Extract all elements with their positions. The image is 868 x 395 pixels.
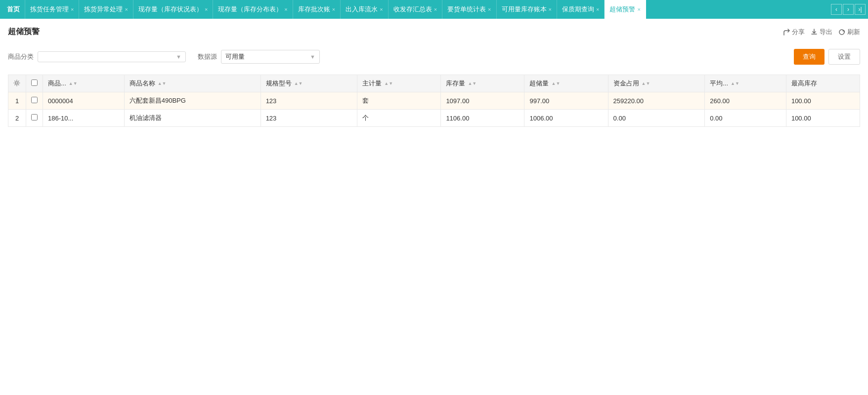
nav-arrows: ‹ › ›| xyxy=(830,4,866,15)
table-row: 1 0000004 六配套新昌490BPG 123 套 1097.00 997.… xyxy=(8,92,860,110)
refresh-button[interactable]: 刷新 xyxy=(838,28,860,37)
close-icon[interactable]: × xyxy=(380,6,383,12)
category-select[interactable]: ▼ xyxy=(38,51,186,62)
datasource-value: 可用量 xyxy=(225,52,245,61)
nav-tab-2[interactable]: 拣货异常处理 × xyxy=(79,0,133,19)
select-all-checkbox[interactable] xyxy=(31,79,38,86)
header-actions: 分享 导出 刷新 xyxy=(783,28,860,37)
table-header-row: 商品... ▲▼ 商品名称 ▲▼ 规格型号 ▲▼ xyxy=(8,75,860,92)
sort-icon[interactable]: ▲▼ xyxy=(551,81,560,86)
th-checkbox xyxy=(26,75,43,92)
row-spec: 123 xyxy=(260,92,357,110)
page-title: 超储预警 xyxy=(8,27,40,37)
export-button[interactable]: 导出 xyxy=(811,28,832,37)
row-avg: 0.00 xyxy=(705,110,786,127)
row-checkbox-cell xyxy=(26,92,43,110)
close-icon[interactable]: × xyxy=(434,6,437,12)
nav-tab-9[interactable]: 可用量库存账本 × xyxy=(497,0,557,19)
row-capital: 0.00 xyxy=(608,110,705,127)
row-num: 1 xyxy=(8,92,26,110)
nav-tab-10[interactable]: 保质期查询 × xyxy=(557,0,605,19)
sort-icon[interactable]: ▲▼ xyxy=(731,81,739,86)
nav-tab-home[interactable]: 首页 xyxy=(2,0,25,19)
main-content: 超储预警 分享 导出 刷新 xyxy=(0,19,868,395)
sort-icon[interactable]: ▲▼ xyxy=(69,81,78,86)
th-capital: 资金占用 ▲▼ xyxy=(608,75,705,92)
nav-tab-6[interactable]: 出入库流水 × xyxy=(341,0,388,19)
th-max-stock: 最高库存 xyxy=(786,75,860,92)
nav-tab-4[interactable]: 现存量（库存分布表） × xyxy=(213,0,293,19)
row-num: 2 xyxy=(8,110,26,127)
page-header: 超储预警 分享 导出 刷新 xyxy=(8,27,860,37)
sort-icon[interactable]: ▲▼ xyxy=(642,81,651,86)
nav-tab-5[interactable]: 库存批次账 × xyxy=(293,0,341,19)
close-icon[interactable]: × xyxy=(488,6,491,12)
th-product-code: 商品... ▲▼ xyxy=(43,75,125,92)
sort-icon[interactable]: ▲▼ xyxy=(384,81,393,86)
close-icon[interactable]: × xyxy=(71,6,74,12)
refresh-icon xyxy=(838,29,845,36)
row-stock: 1106.00 xyxy=(441,110,524,127)
row-product-name: 机油滤清器 xyxy=(124,110,260,127)
row-product-name: 六配套新昌490BPG xyxy=(124,92,260,110)
chevron-down-icon: ▼ xyxy=(310,54,315,60)
nav-tab-7[interactable]: 收发存汇总表 × xyxy=(389,0,442,19)
table-row: 2 186-10... 机油滤清器 123 个 1106.00 1006.00 … xyxy=(8,110,860,127)
row-checkbox-cell xyxy=(26,110,43,127)
nav-tab-1[interactable]: 拣货任务管理 × xyxy=(25,0,79,19)
row-checkbox[interactable] xyxy=(31,97,38,103)
sort-icon[interactable]: ▲▼ xyxy=(294,81,303,86)
th-spec: 规格型号 ▲▼ xyxy=(260,75,357,92)
close-icon[interactable]: × xyxy=(284,6,287,12)
th-product-name: 商品名称 ▲▼ xyxy=(124,75,260,92)
row-over-stock: 997.00 xyxy=(524,92,608,110)
svg-point-0 xyxy=(16,81,18,84)
row-unit: 套 xyxy=(357,92,441,110)
settings-button[interactable]: 设置 xyxy=(828,49,860,65)
row-stock: 1097.00 xyxy=(441,92,524,110)
sort-icon[interactable]: ▲▼ xyxy=(158,81,167,86)
settings-icon[interactable] xyxy=(13,79,20,86)
close-icon[interactable]: × xyxy=(332,6,335,12)
share-button[interactable]: 分享 xyxy=(783,28,805,37)
row-max-stock: 100.00 xyxy=(786,92,860,110)
datasource-filter: 数据源 可用量 ▼ xyxy=(198,50,320,64)
query-button[interactable]: 查询 xyxy=(794,49,825,65)
row-capital: 259220.00 xyxy=(608,92,705,110)
nav-menu-button[interactable]: ›| xyxy=(855,4,866,15)
row-product-code: 0000004 xyxy=(43,92,125,110)
nav-tab-active[interactable]: 超储预警 × xyxy=(605,0,646,19)
export-icon xyxy=(811,29,818,36)
category-label: 商品分类 xyxy=(8,52,34,61)
nav-prev-button[interactable]: ‹ xyxy=(831,4,842,15)
th-over-stock: 超储量 ▲▼ xyxy=(524,75,608,92)
filter-bar: 商品分类 ▼ 数据源 可用量 ▼ 查询 设置 xyxy=(8,45,860,69)
row-product-code: 186-10... xyxy=(43,110,125,127)
datasource-label: 数据源 xyxy=(198,52,217,61)
category-filter: 商品分类 ▼ xyxy=(8,51,186,62)
top-navigation: 首页 拣货任务管理 × 拣货异常处理 × 现存量（库存状况表） × 现存量（库存… xyxy=(0,0,868,19)
close-icon[interactable]: × xyxy=(596,6,599,12)
nav-next-button[interactable]: › xyxy=(843,4,854,15)
chevron-down-icon: ▼ xyxy=(176,54,181,60)
row-spec: 123 xyxy=(260,110,357,127)
row-max-stock: 100.00 xyxy=(786,110,860,127)
close-icon[interactable]: × xyxy=(637,6,640,12)
nav-tab-8[interactable]: 要货单统计表 × xyxy=(442,0,496,19)
th-unit: 主计量 ▲▼ xyxy=(357,75,441,92)
row-over-stock: 1006.00 xyxy=(524,110,608,127)
filter-actions: 查询 设置 xyxy=(794,49,860,65)
nav-tab-3[interactable]: 现存量（库存状况表） × xyxy=(133,0,213,19)
th-stock: 库存量 ▲▼ xyxy=(441,75,524,92)
close-icon[interactable]: × xyxy=(125,6,128,12)
share-icon xyxy=(783,29,790,36)
row-unit: 个 xyxy=(357,110,441,127)
row-avg: 260.00 xyxy=(705,92,786,110)
close-icon[interactable]: × xyxy=(205,6,208,12)
row-checkbox[interactable] xyxy=(31,114,38,120)
datasource-select[interactable]: 可用量 ▼ xyxy=(221,50,320,64)
sort-icon[interactable]: ▲▼ xyxy=(468,81,477,86)
close-icon[interactable]: × xyxy=(549,6,552,12)
th-settings xyxy=(8,75,26,92)
th-avg: 平均... ▲▼ xyxy=(705,75,786,92)
